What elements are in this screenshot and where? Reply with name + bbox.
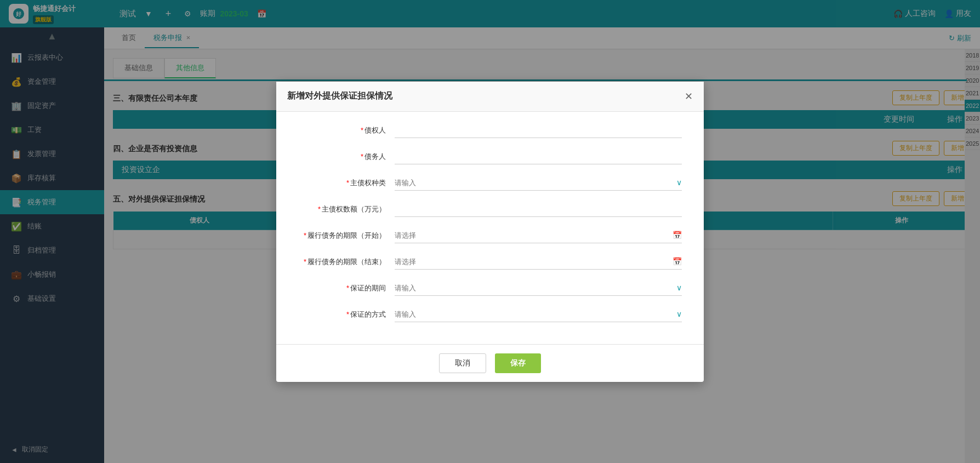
- label-claim_amount: *主债权数额（万元）: [298, 204, 386, 214]
- label-duty_start: *履行债务的期限（开始）: [298, 231, 386, 241]
- form-row-creditor: *债权人: [298, 123, 682, 138]
- form-row-guarantee_method: *保证的方式 ∨: [298, 307, 682, 322]
- calendar-icon-duty_end[interactable]: 📅: [673, 257, 682, 266]
- form-row-guarantee_period: *保证的期间 ∨: [298, 281, 682, 296]
- modal-close-btn[interactable]: ✕: [685, 90, 693, 102]
- chevron-down-icon-guarantee_period[interactable]: ∨: [676, 283, 682, 292]
- form-row-duty_end: *履行债务的期限（结束） 📅: [298, 254, 682, 270]
- date-wrap-duty_start: 📅: [395, 228, 682, 243]
- input-debtor[interactable]: [395, 149, 682, 164]
- chevron-down-icon-guarantee_method[interactable]: ∨: [676, 310, 682, 318]
- label-claim_type: *主债权种类: [298, 178, 386, 188]
- form-row-duty_start: *履行债务的期限（开始） 📅: [298, 228, 682, 243]
- date-input-duty_start[interactable]: [395, 228, 673, 243]
- select-input-claim_type[interactable]: [395, 175, 676, 190]
- input-creditor[interactable]: [395, 123, 682, 138]
- form-row-claim_type: *主债权种类 ∨: [298, 175, 682, 191]
- date-wrap-duty_end: 📅: [395, 254, 682, 270]
- modal-title: 新增对外提供保证担保情况: [287, 90, 392, 102]
- modal: 新增对外提供保证担保情况 ✕ *债权人*债务人*主债权种类 ∨ *主债权数额（万…: [276, 82, 704, 382]
- label-creditor: *债权人: [298, 125, 386, 135]
- label-guarantee_period: *保证的期间: [298, 283, 386, 293]
- label-debtor: *债务人: [298, 152, 386, 162]
- select-input-guarantee_period[interactable]: [395, 281, 676, 295]
- select-wrap-guarantee_method: ∨: [395, 307, 682, 322]
- modal-header: 新增对外提供保证担保情况 ✕: [276, 82, 704, 112]
- modal-footer: 取消 保存: [276, 344, 704, 382]
- select-wrap-guarantee_period: ∨: [395, 281, 682, 296]
- chevron-down-icon-claim_type[interactable]: ∨: [676, 178, 682, 187]
- cancel-btn[interactable]: 取消: [439, 353, 486, 373]
- select-input-guarantee_method[interactable]: [395, 307, 676, 322]
- form-row-debtor: *债务人: [298, 149, 682, 164]
- input-claim_amount[interactable]: [395, 202, 682, 217]
- label-guarantee_method: *保证的方式: [298, 310, 386, 319]
- select-wrap-claim_type: ∨: [395, 175, 682, 191]
- modal-body: *债权人*债务人*主债权种类 ∨ *主债权数额（万元）*履行债务的期限（开始） …: [276, 112, 704, 344]
- date-input-duty_end[interactable]: [395, 254, 673, 269]
- modal-overlay: 新增对外提供保证担保情况 ✕ *债权人*债务人*主债权种类 ∨ *主债权数额（万…: [0, 0, 980, 463]
- save-btn[interactable]: 保存: [495, 353, 541, 373]
- label-duty_end: *履行债务的期限（结束）: [298, 257, 386, 267]
- form-row-claim_amount: *主债权数额（万元）: [298, 202, 682, 217]
- calendar-icon-duty_start[interactable]: 📅: [673, 231, 682, 239]
